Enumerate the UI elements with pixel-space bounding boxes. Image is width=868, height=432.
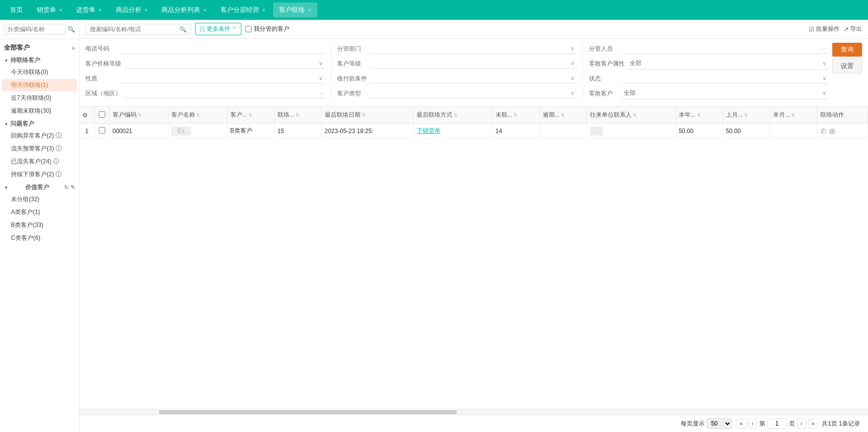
export-btn[interactable]: ↗ 导出 [844, 25, 862, 33]
nav-sales-order[interactable]: 销货单 × [31, 2, 68, 17]
nav-customer-segment[interactable]: 客户分层经营 × [215, 2, 271, 17]
col-action: 联络动作 [817, 107, 868, 124]
phone-action-icon[interactable]: ✆ [820, 127, 826, 135]
collapse-icon[interactable]: » [72, 44, 75, 52]
row-this-month [770, 124, 817, 139]
sidebar-search-area: 🔍 [0, 24, 79, 39]
page-size-select[interactable]: 50 100 200 [707, 418, 732, 429]
sidebar-search-input[interactable] [4, 24, 66, 35]
filter-row-4: 区域（地区） 客户类型 零散客户 全部 [85, 87, 828, 99]
my-customers-checkbox-area[interactable]: 我分管的客户 [245, 25, 289, 33]
sort-icon-method[interactable]: ⇅ [453, 112, 457, 118]
sidebar-item-overdue-contact[interactable]: 逾期未联络(30) [2, 105, 77, 117]
nav-close-purchase[interactable]: × [98, 7, 101, 13]
nav-customer-contact[interactable]: 客户联络 × [273, 2, 317, 17]
col-last-month: 上月...⇅ [723, 107, 770, 124]
row-contact-person: ... [587, 124, 676, 139]
col-settings-icon[interactable]: ⚙ [82, 112, 88, 119]
more-conditions-btn[interactable]: ☷ 更多条件 ⌃ [195, 23, 241, 35]
nav-home[interactable]: 首页 [4, 2, 29, 17]
col-customer-type: 客户...⇅ [227, 107, 274, 124]
nav-product-analysis[interactable]: 商品分析 × [110, 2, 153, 17]
sidebar-item-c-class[interactable]: C类客户(6) [2, 232, 77, 244]
sidebar-item-churned[interactable]: 已流失客户(24) ⓘ [2, 155, 77, 168]
search-input[interactable] [90, 26, 179, 33]
batch-operation-btn[interactable]: ☑ 批量操作 [809, 25, 840, 33]
nav-purchase-order[interactable]: 进货单 × [70, 2, 107, 17]
sidebar-item-tomorrow-contact[interactable]: 明天待联络(1) [2, 79, 77, 91]
filter-field-retail-attr: 零散客户属性 全部 [589, 58, 828, 70]
group-label-problem: 问题客户 [0, 118, 79, 129]
edit-icon[interactable]: ✎ [71, 184, 75, 191]
nav-close-customer-contact[interactable]: × [308, 7, 311, 13]
customer-grade-select[interactable] [370, 59, 577, 69]
prev-page-btn[interactable]: ‹ [748, 419, 757, 429]
sort-icon-name[interactable]: ⇅ [196, 112, 200, 118]
sidebar-item-7days-contact[interactable]: 近7天待联络(0) [2, 92, 77, 104]
sidebar-item-ungrouped[interactable]: 未分组(32) [2, 193, 77, 206]
my-customers-checkbox[interactable] [245, 26, 252, 32]
col-this-month: 本月...⇅ [770, 107, 817, 124]
nav-close-product-list[interactable]: × [203, 7, 206, 13]
price-grade-select[interactable] [124, 59, 325, 69]
all-customers-header[interactable]: 全部客户 » [0, 41, 79, 54]
col-contact-count: 联络...⇅ [274, 107, 321, 124]
page-input[interactable] [767, 419, 787, 429]
horizontal-scrollbar[interactable] [79, 409, 868, 415]
row-checkbox[interactable] [99, 127, 105, 134]
payment-select[interactable] [370, 73, 577, 83]
nature-select[interactable] [118, 73, 325, 83]
branch-person-select[interactable] [622, 44, 828, 54]
nav-close-customer-segment[interactable]: × [262, 7, 265, 13]
filter-field-retail-customer: 零散客户 全部 [589, 87, 828, 99]
next-page-btn[interactable]: › [797, 419, 806, 429]
status-select[interactable] [622, 73, 828, 83]
sidebar-item-repurchase-abnormal[interactable]: 回购异常客户(2) ⓘ [2, 130, 77, 142]
sidebar-item-declining[interactable]: 持续下滑客户(2) ⓘ [2, 168, 77, 181]
top-nav: 首页 销货单 × 进货单 × 商品分析 × 商品分析列表 × 客户分层经营 × … [0, 0, 868, 20]
phone-input[interactable] [118, 44, 325, 54]
search-icon[interactable]: 🔍 [179, 26, 187, 33]
filter-icon: ☷ [200, 26, 205, 33]
row-contact-count: 15 [274, 124, 321, 139]
content-area: 🔍 ☷ 更多条件 ⌃ 我分管的客户 ☑ 批量操作 ↗ 导出 [79, 20, 868, 432]
sort-icon-type[interactable]: ⇅ [248, 112, 252, 118]
row-uncontacted: 14 [492, 124, 539, 139]
row-checkbox-cell [94, 124, 109, 139]
row-name: Ea [168, 124, 227, 139]
settings-button[interactable]: 设置 [832, 59, 862, 73]
customer-type-select[interactable] [370, 88, 577, 98]
col-settings: ⚙ [79, 107, 94, 124]
sort-icon-this-month[interactable]: ⇅ [791, 112, 795, 118]
sidebar-item-churn-warning[interactable]: 流失预警客户(3) ⓘ [2, 143, 77, 155]
branch-dept-select[interactable] [370, 44, 577, 54]
sort-icon-code[interactable]: ⇅ [138, 112, 142, 118]
retail-customer-select[interactable]: 全部 [622, 87, 828, 99]
row-no: 1 [79, 124, 94, 139]
nav-product-analysis-list[interactable]: 商品分析列表 × [155, 2, 212, 17]
refresh-icon[interactable]: ↻ [64, 184, 69, 191]
query-button[interactable]: 查询 [832, 43, 862, 57]
sort-icon-year[interactable]: ⇅ [697, 112, 701, 118]
sort-icon-overdue[interactable]: ⇅ [561, 112, 565, 118]
nav-close-sales[interactable]: × [59, 7, 62, 13]
region-select[interactable] [124, 89, 325, 98]
sort-icon-uncontacted[interactable]: ⇅ [513, 112, 517, 118]
sidebar-search-icon[interactable]: 🔍 [68, 26, 75, 33]
last-page-btn[interactable]: » [808, 419, 818, 429]
retail-attr-select[interactable]: 全部 [628, 58, 828, 70]
grid-action-icon[interactable]: ⊞ [829, 127, 835, 135]
sidebar-item-b-class[interactable]: B类客户(33) [2, 219, 77, 231]
sort-icon-last-month[interactable]: ⇅ [744, 112, 748, 118]
sort-icon-contact[interactable]: ⇅ [295, 112, 299, 118]
sort-icon-person[interactable]: ⇅ [633, 112, 637, 118]
sidebar-item-today-contact[interactable]: 今天待联络(0) [2, 66, 77, 78]
first-page-btn[interactable]: « [736, 419, 746, 429]
sidebar-item-a-class[interactable]: A类客户(1) [2, 206, 77, 218]
nav-close-product[interactable]: × [145, 7, 147, 13]
select-all-checkbox[interactable] [99, 111, 105, 118]
scrollbar-thumb[interactable] [159, 410, 457, 414]
last-method-link[interactable]: 下销货单 [417, 127, 440, 134]
search-box: 🔍 [85, 24, 191, 35]
sort-icon-date[interactable]: ⇅ [362, 112, 365, 118]
